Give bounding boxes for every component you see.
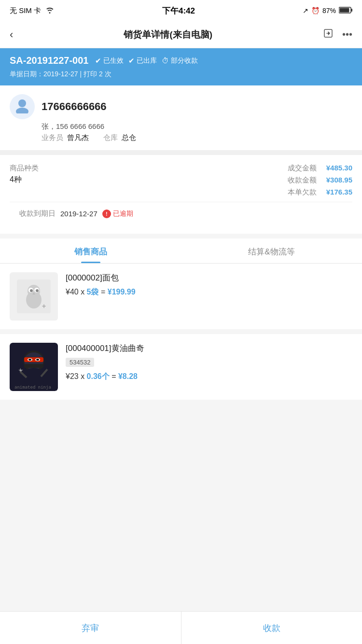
share-icon[interactable]	[323, 28, 334, 41]
product-item-0: + [0000002]面包 ¥40 x 5袋 = ¥199.99	[0, 264, 362, 329]
back-button[interactable]: ‹	[10, 28, 13, 41]
status-right: ↗ ⏰ 87%	[303, 7, 352, 15]
overdue-icon: !	[102, 210, 111, 218]
product-list: + [0000002]面包 ¥40 x 5袋 = ¥199.99	[0, 264, 362, 443]
svg-point-4	[18, 99, 26, 107]
customer-detail: 张，156 6666 6666	[42, 122, 352, 131]
summary-label-0: 成交金额	[288, 164, 317, 173]
status-bar: 无 SIM 卡 下午4:42 ↗ ⏰ 87%	[0, 0, 362, 21]
due-label: 收款到期日	[19, 209, 56, 218]
status-time: 下午4:42	[162, 5, 195, 16]
location-icon: ↗	[303, 7, 308, 14]
product-thumb-0: +	[10, 272, 58, 321]
product-name-1: [000400001]黄油曲奇	[66, 343, 352, 354]
summary-value-2: ¥176.35	[326, 188, 352, 197]
svg-text:animated ninja: animated ninja	[14, 385, 51, 390]
tab-products[interactable]: 销售商品	[0, 238, 181, 263]
salesperson-label: 业务员	[42, 133, 63, 142]
cancel-button[interactable]: 弃审	[0, 612, 181, 644]
price-base-1: ¥23 x	[66, 372, 87, 380]
warehouse-item: 仓库 总仓	[103, 133, 136, 142]
summary-type-label: 商品种类	[10, 164, 39, 173]
cancel-label: 弃审	[82, 622, 99, 634]
svg-text:+: +	[42, 302, 46, 310]
nav-bar: ‹ 销货单详情(来自电脑) •••	[0, 21, 362, 48]
svg-point-22	[36, 359, 39, 361]
alarm-icon: ⏰	[311, 7, 320, 14]
product-name-0: [0000002]面包	[66, 272, 352, 283]
product-sku-1: 534532	[66, 358, 94, 367]
product-price-1: ¥23 x 0.36个 = ¥8.28	[66, 372, 352, 382]
product-item-1: animated ninja [000400001]黄油曲奇 534532 ¥2…	[0, 334, 362, 400]
summary-row: 商品种类 4种 成交金额 ¥485.30 收款金额 ¥308.95 本单欠款 ¥…	[10, 164, 352, 197]
status-tags: ✔ 已生效 ✔ 已出库 ⏱ 部分收款	[95, 56, 198, 65]
divider-1	[0, 150, 362, 155]
price-base-0: ¥40 x	[66, 288, 87, 296]
due-date: 2019-12-27	[60, 210, 97, 218]
salesperson-value: 曾凡杰	[67, 133, 89, 142]
network-status: 无 SIM 卡	[10, 6, 41, 15]
svg-point-11	[30, 289, 33, 292]
product-info-1: [000400001]黄油曲奇 534532 ¥23 x 0.36个 = ¥8.…	[66, 343, 352, 382]
due-section: 收款到期日 2019-12-27 ! 已逾期	[10, 202, 352, 225]
product-thumb-svg-0: +	[17, 280, 51, 313]
header-band: SA-20191227-001 ✔ 已生效 ✔ 已出库 ⏱ 部分收款 单据日期：…	[0, 48, 362, 85]
equals-1: =	[110, 372, 118, 380]
wifi-icon	[45, 7, 55, 15]
status-partial: ⏱ 部分收款	[162, 56, 198, 65]
summary-label-1: 收款金额	[288, 176, 317, 185]
equals-0: =	[99, 288, 108, 296]
summary-right: 成交金额 ¥485.30 收款金额 ¥308.95 本单欠款 ¥176.35	[288, 164, 352, 197]
customer-row: 17666666666	[10, 94, 352, 119]
status-effective: ✔ 已生效	[95, 56, 124, 65]
shipped-icon: ✔	[128, 56, 135, 65]
warehouse-value: 总仓	[122, 133, 136, 142]
product-total-1: ¥8.28	[118, 372, 138, 380]
product-thumb-svg-1: animated ninja	[10, 343, 58, 391]
customer-section: 17666666666 张，156 6666 6666 业务员 曾凡杰 仓库 总…	[0, 85, 362, 150]
order-id: SA-20191227-001	[10, 55, 88, 66]
status-left: 无 SIM 卡	[10, 6, 55, 15]
effective-label: 已生效	[103, 56, 124, 65]
status-shipped: ✔ 已出库	[128, 56, 157, 65]
svg-rect-23	[24, 364, 43, 368]
product-total-0: ¥199.99	[108, 288, 136, 296]
avatar-icon	[14, 97, 30, 117]
tabs-section: 销售商品 结算&物流等	[0, 238, 362, 264]
partial-label: 部分收款	[171, 56, 198, 65]
header-date-row: 单据日期：2019-12-27 | 打印 2 次	[10, 70, 352, 79]
product-thumb-1: animated ninja	[10, 343, 58, 391]
product-price-0: ¥40 x 5袋 = ¥199.99	[66, 287, 352, 297]
tab-products-label: 销售商品	[74, 247, 107, 256]
customer-phone[interactable]: 17666666666	[42, 100, 107, 113]
page-title: 销货单详情(来自电脑)	[124, 28, 212, 41]
product-qty-0: 5袋	[87, 288, 99, 296]
partial-icon: ⏱	[162, 56, 169, 65]
effective-icon: ✔	[95, 56, 101, 65]
tab-settlement[interactable]: 结算&物流等	[181, 238, 362, 263]
summary-type-value: 4种	[10, 175, 39, 185]
more-icon[interactable]: •••	[342, 29, 352, 40]
bottom-spacer	[0, 405, 362, 443]
salesperson-item: 业务员 曾凡杰	[42, 133, 89, 142]
svg-point-12	[36, 289, 39, 292]
header-band-row1: SA-20191227-001 ✔ 已生效 ✔ 已出库 ⏱ 部分收款	[10, 55, 352, 66]
battery-icon	[339, 7, 352, 15]
summary-value-0: ¥485.30	[326, 164, 352, 173]
customer-meta: 业务员 曾凡杰 仓库 总仓	[42, 133, 352, 142]
product-info-0: [0000002]面包 ¥40 x 5袋 = ¥199.99	[66, 272, 352, 297]
confirm-label: 收款	[263, 622, 280, 634]
battery-level: 87%	[322, 7, 336, 14]
overdue-text: 已逾期	[113, 210, 133, 218]
svg-rect-2	[339, 8, 349, 12]
svg-point-21	[28, 359, 31, 361]
product-qty-1: 0.36个	[87, 372, 110, 380]
confirm-button[interactable]: 收款	[181, 612, 362, 644]
avatar	[10, 94, 35, 119]
svg-point-5	[16, 108, 28, 113]
summary-item-1: 收款金额 ¥308.95	[288, 176, 352, 185]
svg-rect-18	[24, 357, 43, 362]
bottom-bar: 弃审 收款	[0, 611, 362, 644]
nav-right: •••	[323, 28, 352, 41]
warehouse-label: 仓库	[103, 133, 118, 142]
